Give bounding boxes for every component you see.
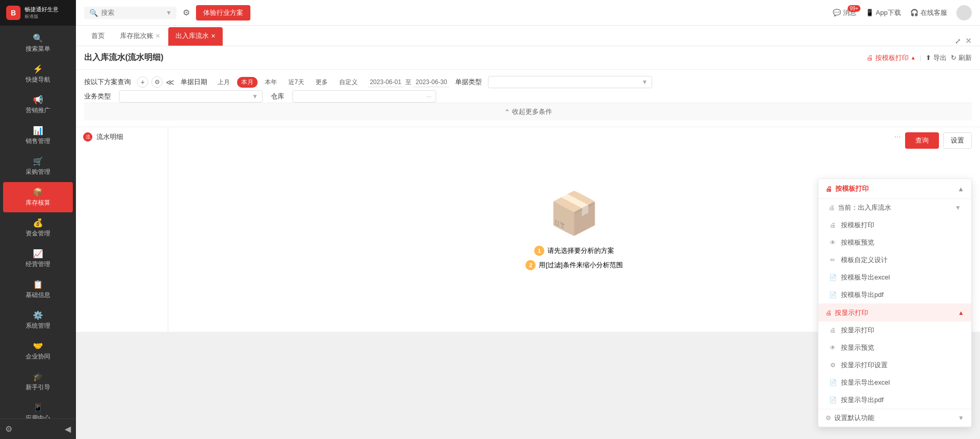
tab-inventory-batch[interactable]: 库存批次账 ✕ xyxy=(113,27,167,46)
current-chevron: ▼ xyxy=(955,204,961,211)
query-btn[interactable]: 查询 xyxy=(905,132,939,149)
trial-btn[interactable]: 体验行业方案 xyxy=(196,5,250,21)
date-to[interactable]: 2023-06-30 xyxy=(414,77,449,87)
dropdown-item-display-pdf[interactable]: 📄 按显示导出pdf xyxy=(818,391,971,409)
date-prev-month[interactable]: 上月 xyxy=(213,77,234,88)
template-print-btn[interactable]: 🖨 按模板打印 ▲ xyxy=(867,53,916,63)
collapse-label: 收起更多条件 xyxy=(512,107,552,116)
headset-icon: 🎧 xyxy=(910,9,918,16)
sidebar-item-quick-nav[interactable]: ⚡ 快捷导航 xyxy=(3,59,73,89)
refresh-btn[interactable]: ↻ 刷新 xyxy=(951,53,972,63)
dropdown-item-display-settings[interactable]: ⚙ 按显示打印设置 xyxy=(818,356,971,374)
tab-maximize-icon[interactable]: ⤢ xyxy=(955,37,961,45)
date-current-year[interactable]: 本年 xyxy=(261,77,281,88)
warehouse-select[interactable]: ··· xyxy=(292,90,436,103)
tab-inventory-batch-close[interactable]: ✕ xyxy=(155,33,160,39)
sidebar-item-system[interactable]: ⚙️ 系统管理 xyxy=(3,305,73,335)
date-last-7-days[interactable]: 近7天 xyxy=(284,77,308,88)
search-dropdown-icon[interactable]: ▼ xyxy=(166,9,172,16)
sidebar-item-sales[interactable]: 📊 销售管理 xyxy=(3,121,73,151)
dropdown-item-template-print[interactable]: 🖨 按模板打印 xyxy=(818,216,971,234)
more-options-icon[interactable]: ··· xyxy=(894,132,901,149)
dropdown-item-template-custom[interactable]: ✏ 模板自定义设计 xyxy=(818,251,971,269)
flow-detail-label: 流水明细 xyxy=(96,132,123,142)
sidebar-item-cooperation[interactable]: 🤝 企业协同 xyxy=(3,336,73,366)
header-gear-icon[interactable]: ⚙ xyxy=(183,8,190,17)
sidebar-item-purchase[interactable]: 🛒 采购管理 xyxy=(3,151,73,182)
right-content: ··· 查询 设置 📦 1 请先选择要分析的方案 2 用[过滤]条件 xyxy=(168,127,980,332)
dropdown-footer[interactable]: ⚙ 设置默认功能 ▼ xyxy=(818,409,971,427)
settings-btn[interactable]: 设置 xyxy=(943,132,972,149)
date-more[interactable]: 更多 xyxy=(311,77,332,88)
biz-type-select[interactable]: ▼ xyxy=(119,90,263,103)
filter-row-2: 业务类型 ▼ 仓库 ··· xyxy=(84,90,972,103)
date-custom[interactable]: 自定义 xyxy=(335,77,362,88)
dropdown-collapse-btn[interactable]: ▲ xyxy=(957,185,964,193)
dropdown-item-template-pdf[interactable]: 📄 按模板导出pdf xyxy=(818,286,971,304)
export-btn[interactable]: ⬆ 导出 xyxy=(926,53,947,63)
tab-close-icon[interactable]: ✕ xyxy=(965,36,972,46)
dropdown-current-item[interactable]: 🖨 当前：出入库流水 ▼ xyxy=(818,199,971,216)
default-func-icon: ⚙ xyxy=(826,414,831,422)
date-from[interactable]: 2023-06-01 xyxy=(368,77,403,87)
dropdown-item-display-print[interactable]: 🖨 按显示打印 xyxy=(818,322,971,339)
sidebar-item-search[interactable]: 🔍 搜索菜单 xyxy=(3,28,73,58)
dropdown-item-display-excel[interactable]: 📄 按显示导出excel xyxy=(818,374,971,391)
flow-detail-badge: 流 xyxy=(83,132,92,142)
sidebar-settings-icon[interactable]: ⚙ xyxy=(5,424,12,434)
filter-settings-btn[interactable]: ⚙ xyxy=(151,76,163,88)
search-icon: 🔍 xyxy=(33,33,43,43)
biz-type-dropdown-icon: ▼ xyxy=(252,93,258,100)
sidebar-item-guide[interactable]: 🎓 新手引导 xyxy=(3,367,73,397)
search-input[interactable] xyxy=(101,9,163,16)
sidebar-item-quick-nav-label: 快捷导航 xyxy=(26,75,50,84)
quick-nav-icon: ⚡ xyxy=(33,64,43,74)
current-icon: 🖨 xyxy=(829,204,835,211)
warehouse-label: 仓库 xyxy=(271,92,284,101)
date-current-month[interactable]: 本月 xyxy=(237,77,258,88)
dropdown-item-template-preview[interactable]: 👁 按模板预览 xyxy=(818,234,971,251)
dropdown-item-display-preview[interactable]: 👁 按显示预览 xyxy=(818,339,971,356)
sidebar-item-finance[interactable]: 💰 资金管理 xyxy=(3,213,73,243)
page-actions: 🖨 按模板打印 ▲ | ⬆ 导出 ↻ 刷新 xyxy=(867,53,972,63)
section2-collapse-icon: ▲ xyxy=(958,309,964,316)
sidebar-item-finance-label: 资金管理 xyxy=(26,229,50,238)
filter-add-btn[interactable]: + xyxy=(137,76,148,88)
sidebar-item-basic[interactable]: 📋 基础信息 xyxy=(3,274,73,305)
dropdown-section2-header[interactable]: 🖨 按显示打印 ▲ xyxy=(818,304,971,322)
page-wrapper: 出入库流水(流水明细) 🖨 按模板打印 ▲ | ⬆ 导出 ↻ 刷新 xyxy=(76,46,980,332)
app-download-btn[interactable]: 📱 App下载 xyxy=(866,8,901,17)
voucher-type-select[interactable]: ▼ xyxy=(488,76,652,88)
dropdown-item-template-excel[interactable]: 📄 按模板导出excel xyxy=(818,269,971,286)
sidebar-item-inventory[interactable]: 📦 库存核算 xyxy=(3,182,73,212)
printer-icon: 🖨 xyxy=(867,54,873,62)
message-icon: 💬 xyxy=(833,9,841,16)
basic-icon: 📋 xyxy=(33,280,43,289)
template-pdf-item-icon: 📄 xyxy=(829,291,837,299)
filter-collapse-chevron[interactable]: ≪ xyxy=(166,77,174,87)
sidebar-item-app-center-label: 应用中心 xyxy=(26,414,50,418)
online-service-btn[interactable]: 🎧 在线客服 xyxy=(910,8,947,17)
sidebar-item-operation[interactable]: 📈 经营管理 xyxy=(3,244,73,274)
tabs-bar: 首页 库存批次账 ✕ 出入库流水 ✕ ⤢ ✕ xyxy=(76,26,980,46)
tab-flow[interactable]: 出入库流水 ✕ xyxy=(168,27,223,46)
collapse-conditions-btn[interactable]: ⌃ 收起更多条件 xyxy=(84,103,972,121)
search-icon: 🔍 xyxy=(89,9,98,17)
avatar[interactable] xyxy=(956,5,972,21)
left-panel-flow-detail[interactable]: 流 流水明细 xyxy=(76,127,168,147)
tab-home[interactable]: 首页 xyxy=(84,27,112,46)
sidebar-item-marketing[interactable]: 📢 营销推广 xyxy=(3,90,73,120)
sidebar-item-app-center[interactable]: 📱 应用中心 xyxy=(3,397,73,418)
message-btn[interactable]: 💬 消息 99+ xyxy=(833,8,856,17)
date-label: 单据日期 xyxy=(181,77,207,87)
filter-row-1: 按以下方案查询 + ⚙ ≪ 单据日期 上月 本月 本年 近7天 更多 自定义 xyxy=(84,76,972,88)
display-settings-item-icon: ⚙ xyxy=(829,361,837,369)
hint-text-2: 用[过滤]条件来缩小分析范围 xyxy=(539,261,622,270)
sidebar-item-basic-label: 基础信息 xyxy=(26,291,50,300)
tab-flow-close[interactable]: ✕ xyxy=(211,33,215,39)
template-excel-item-icon: 📄 xyxy=(829,273,837,282)
date-shortcuts: 上月 本月 本年 近7天 更多 自定义 xyxy=(213,77,362,88)
page-title: 出入库流水(流水明细) xyxy=(84,52,164,63)
display-preview-item-icon: 👁 xyxy=(829,344,837,352)
sidebar-collapse-icon[interactable]: ◀ xyxy=(65,424,71,434)
